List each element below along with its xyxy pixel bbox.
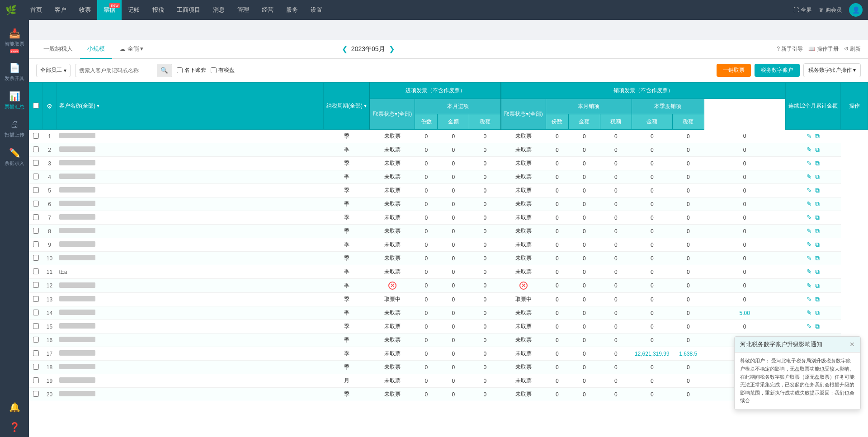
edit-icon[interactable]: ✎ [807,323,812,330]
row-sea-shui: 0 [672,157,704,170]
row-customer-name [57,184,324,197]
copy-icon[interactable]: ⧉ [815,296,820,303]
row-checkbox[interactable] [33,160,39,166]
copy-icon[interactable]: ⧉ [815,254,820,262]
row-checkbox[interactable] [33,282,39,288]
row-checkbox[interactable] [33,146,39,152]
tax-digital-account-button[interactable]: 税务数字账户 [755,64,800,77]
edit-icon[interactable]: ✎ [807,200,812,207]
edit-icon[interactable]: ✎ [807,160,812,167]
row-checkbox[interactable] [33,377,39,383]
row-checkbox-cell [29,293,43,306]
row-checkbox[interactable] [33,268,39,274]
nav-invoice[interactable]: 票据 new [97,0,122,20]
nav-receive[interactable]: 收票 [73,0,97,20]
fullscreen-button[interactable]: ⛶ 全屏 [793,6,811,14]
select-all-checkbox[interactable] [33,103,39,108]
row-checkbox[interactable] [33,241,39,247]
nav-customer[interactable]: 客户 [48,0,73,20]
row-checkbox[interactable] [33,214,39,220]
notification-close-button[interactable]: ✕ [849,341,855,348]
edit-icon[interactable]: ✎ [807,282,812,289]
customer-search: 🔍 [75,64,172,77]
nav-accounting[interactable]: 记账 [122,0,146,20]
nav-tax[interactable]: 报税 [146,0,170,20]
row-checkbox[interactable] [33,310,39,315]
new-guide-button[interactable]: ? 新手引导 [777,45,803,53]
sidebar-item-scan-upload[interactable]: 🖨 扫描上传 [0,115,29,143]
edit-icon[interactable]: ✎ [807,187,812,194]
tax-digital-account-action-button[interactable]: 税务数字账户操作 ▾ [803,63,861,77]
sidebar-item-ticket-summary[interactable]: 📊 票据汇总 [0,86,29,115]
row-checkbox[interactable] [33,201,39,207]
nav-manage[interactable]: 管理 [231,0,255,20]
sidebar-item-invoice-open[interactable]: 📄 发票开具 [0,58,29,86]
copy-icon[interactable]: ⧉ [815,187,820,194]
row-checkbox[interactable] [33,187,39,193]
edit-icon[interactable]: ✎ [807,132,812,140]
copy-icon[interactable]: ⧉ [815,282,820,289]
refresh-button[interactable]: ↺ 刷新 [844,45,861,53]
row-sea-shui: 0 [672,293,704,306]
nav-home[interactable]: 首页 [24,0,48,20]
row-checkbox[interactable] [33,255,39,261]
tab-small-scale[interactable]: 小规模 [80,40,112,59]
row-checkbox[interactable] [33,133,39,139]
row-checkbox[interactable] [33,391,39,397]
edit-icon[interactable]: ✎ [807,254,812,262]
copy-icon[interactable]: ⧉ [815,241,820,248]
copy-icon[interactable]: ⧉ [815,160,820,167]
period-prev-button[interactable]: ❮ [342,45,348,53]
copy-icon[interactable]: ⧉ [815,200,820,207]
copy-icon[interactable]: ⧉ [815,132,820,140]
edit-icon[interactable]: ✎ [807,146,812,153]
row-out-shui: 0 [600,143,632,157]
tab-all-capable[interactable]: ☁ 全能 ▾ [112,40,151,59]
row-checkbox[interactable] [33,350,39,356]
edit-icon[interactable]: ✎ [807,309,812,316]
manual-button[interactable]: 📖 操作手册 [808,45,838,53]
edit-icon[interactable]: ✎ [807,227,812,235]
nav-settings[interactable]: 设置 [304,0,329,20]
row-checkbox[interactable] [33,323,39,329]
table-settings-button[interactable]: ⚙ [47,103,52,110]
copy-icon[interactable]: ⧉ [815,309,820,316]
search-button[interactable]: 🔍 [157,64,172,77]
edit-icon[interactable]: ✎ [807,241,812,248]
sidebar-item-notification[interactable]: 🔔 [0,397,29,417]
nav-message[interactable]: 消息 [207,0,231,20]
copy-icon[interactable]: ⧉ [815,227,820,235]
nav-business[interactable]: 工商项目 [170,0,207,20]
copy-icon[interactable]: ⧉ [815,146,820,153]
row-checkbox[interactable] [33,228,39,234]
member-button[interactable]: ♛ 购会员 [819,6,842,14]
copy-icon[interactable]: ⧉ [815,323,820,330]
edit-icon[interactable]: ✎ [807,214,812,221]
nav-service[interactable]: 服务 [280,0,304,20]
tab-general-taxpayer[interactable]: 一般纳税人 [36,40,80,59]
copy-icon[interactable]: ⧉ [815,214,820,221]
sidebar-item-smart-ticket[interactable]: 📥 智能取票 new [0,23,29,58]
has-tax-disk-checkbox-label[interactable]: 有税盘 [211,66,235,74]
nav-operation[interactable]: 经营 [255,0,280,20]
copy-icon[interactable]: ⧉ [815,268,820,275]
sidebar-item-ticket-entry[interactable]: ✏️ 票据录入 [0,143,29,171]
row-checkbox[interactable] [33,296,39,302]
under-name-checkbox-label[interactable]: 名下账套 [177,66,206,74]
has-tax-disk-checkbox[interactable] [211,67,217,73]
row-checkbox[interactable] [33,364,39,370]
one-click-ticket-button[interactable]: 一键取票 [717,64,751,77]
edit-icon[interactable]: ✎ [807,173,812,180]
user-avatar[interactable]: 👤 [849,3,863,17]
edit-icon[interactable]: ✎ [807,296,812,303]
search-input[interactable] [75,67,157,74]
copy-icon[interactable]: ⧉ [815,173,820,180]
row-checkbox[interactable] [33,174,39,179]
sidebar-item-help[interactable]: ❓ [0,417,29,437]
out-status-label: 未取票 [515,350,532,357]
period-next-button[interactable]: ❯ [389,45,395,53]
row-checkbox[interactable] [33,337,39,343]
edit-icon[interactable]: ✎ [807,268,812,275]
employee-select[interactable]: 全部员工 ▾ [36,64,71,77]
under-name-checkbox[interactable] [177,67,183,73]
